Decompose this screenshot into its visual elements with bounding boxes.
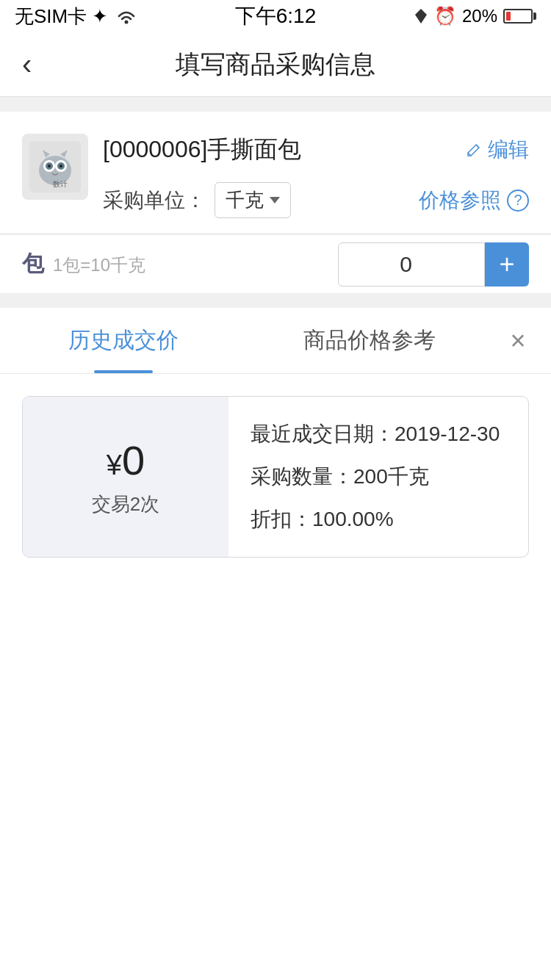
qty-label: 包 1包=10千克 bbox=[22, 249, 145, 279]
tab-history-label: 历史成交价 bbox=[68, 325, 179, 356]
battery-text: 20% bbox=[462, 6, 497, 26]
qty-plus-button[interactable]: + bbox=[485, 242, 529, 287]
location-icon bbox=[414, 7, 428, 25]
svg-point-7 bbox=[48, 165, 51, 167]
package-icon: 包 bbox=[22, 249, 44, 279]
discount-row: 折扣：100.00% bbox=[251, 504, 506, 535]
unit-select[interactable]: 千克 bbox=[215, 182, 291, 218]
history-card: ¥0 交易2次 最近成交日期：2019-12-30 采购数量：200千克 折扣：… bbox=[22, 396, 529, 558]
tab-close-button[interactable]: × bbox=[492, 315, 544, 367]
unit-value: 千克 bbox=[226, 187, 264, 213]
qty-value: 200千克 bbox=[353, 465, 429, 488]
product-name: [0000006]手撕面包 bbox=[103, 134, 301, 166]
history-price-summary: ¥0 交易2次 bbox=[23, 397, 228, 557]
status-time: 下午6:12 bbox=[235, 2, 317, 30]
qty-label-text: 采购数量： bbox=[251, 465, 353, 488]
product-title-row: [0000006]手撕面包 编辑 bbox=[103, 134, 529, 166]
history-details: 最近成交日期：2019-12-30 采购数量：200千克 折扣：100.00% bbox=[228, 397, 528, 557]
svg-point-0 bbox=[125, 21, 129, 24]
recent-date-row: 最近成交日期：2019-12-30 bbox=[251, 419, 506, 450]
wifi-icon bbox=[115, 8, 137, 24]
edit-icon bbox=[464, 140, 483, 159]
page-title: 填写商品采购信息 bbox=[176, 48, 375, 82]
product-unit-row: 采购单位： 千克 价格参照 ? bbox=[103, 182, 529, 218]
tabs-row: 历史成交价 商品价格参考 × bbox=[0, 308, 551, 374]
unit-label: 采购单位： bbox=[103, 187, 206, 215]
back-button[interactable]: ‹ bbox=[22, 40, 39, 88]
history-content: ¥0 交易2次 最近成交日期：2019-12-30 采购数量：200千克 折扣：… bbox=[0, 374, 551, 580]
product-top: 数计 [0000006]手撕面包 编辑 bbox=[22, 134, 529, 218]
svg-text:数计: 数计 bbox=[53, 180, 68, 188]
status-right: ⏰ 20% bbox=[414, 6, 536, 26]
edit-label: 编辑 bbox=[488, 136, 529, 164]
edit-button[interactable]: 编辑 bbox=[464, 136, 529, 164]
bottom-area bbox=[0, 580, 551, 980]
product-logo: 数计 bbox=[29, 141, 81, 192]
currency-symbol: ¥ bbox=[107, 450, 122, 480]
status-bar: 无SIM卡 ✦ 下午6:12 ⏰ 20% bbox=[0, 0, 551, 32]
product-info: [0000006]手撕面包 编辑 采购单位： bbox=[103, 134, 529, 218]
purchase-qty-row: 采购数量：200千克 bbox=[251, 461, 506, 492]
qty-hint: 1包=10千克 bbox=[53, 253, 145, 277]
status-left: 无SIM卡 ✦ bbox=[15, 4, 137, 29]
recent-date-label: 最近成交日期： bbox=[251, 422, 395, 445]
unit-left: 采购单位： 千克 bbox=[103, 182, 291, 218]
tab-active-indicator bbox=[94, 370, 153, 373]
qty-input-box: + bbox=[338, 242, 529, 287]
quantity-row: 包 1包=10千克 + bbox=[0, 234, 551, 293]
separator bbox=[0, 293, 551, 308]
chevron-down-icon bbox=[270, 197, 280, 203]
qty-input[interactable] bbox=[338, 242, 485, 287]
discount-value: 100.00% bbox=[312, 508, 394, 530]
history-price-value: ¥0 bbox=[107, 436, 145, 484]
price-ref-button[interactable]: 价格参照 ? bbox=[419, 187, 529, 215]
alarm-icon: ⏰ bbox=[434, 6, 456, 26]
tab-history-price[interactable]: 历史成交价 bbox=[0, 308, 246, 373]
product-card: 数计 [0000006]手撕面包 编辑 bbox=[0, 112, 551, 233]
price-number: 0 bbox=[122, 437, 145, 483]
product-thumbnail: 数计 bbox=[22, 134, 88, 200]
tab-product-price[interactable]: 商品价格参考 bbox=[246, 308, 492, 373]
carrier-text: 无SIM卡 ✦ bbox=[15, 4, 108, 29]
battery-icon bbox=[503, 9, 536, 24]
discount-label: 折扣： bbox=[251, 508, 312, 530]
help-icon: ? bbox=[507, 190, 529, 212]
recent-date-value: 2019-12-30 bbox=[395, 422, 500, 445]
price-ref-label: 价格参照 bbox=[419, 187, 501, 215]
tab-product-label: 商品价格参考 bbox=[303, 325, 436, 356]
nav-bar: ‹ 填写商品采购信息 bbox=[0, 32, 551, 97]
svg-point-8 bbox=[60, 165, 62, 167]
tab-panel: 历史成交价 商品价格参考 × ¥0 交易2次 最近成交日期：2019-12-30… bbox=[0, 308, 551, 980]
history-trades-count: 交易2次 bbox=[92, 491, 159, 517]
